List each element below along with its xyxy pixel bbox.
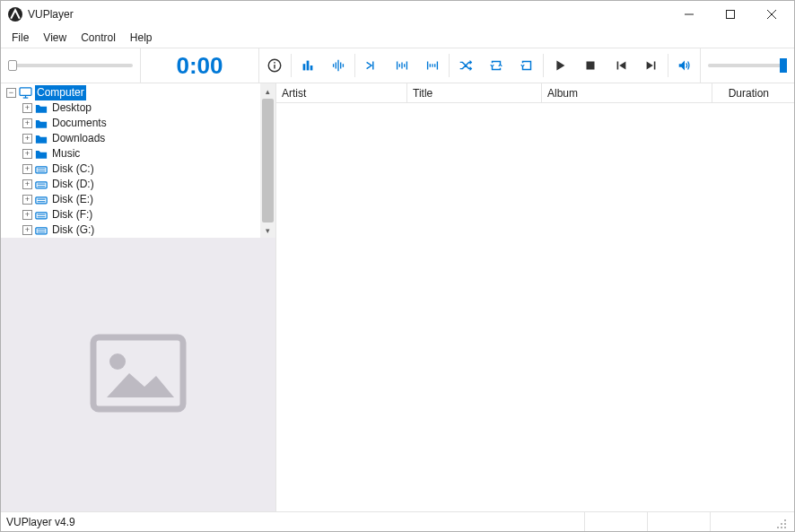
time-display: 0:00 (141, 48, 259, 83)
tree-item[interactable]: +Downloads (6, 131, 275, 146)
menu-file[interactable]: File (4, 30, 36, 46)
folder-icon (35, 118, 48, 129)
play-button[interactable] (545, 48, 575, 83)
column-artist[interactable]: Artist (276, 83, 407, 102)
tree-item[interactable]: +Desktop (6, 100, 275, 116)
svg-rect-1 (727, 11, 735, 19)
tree-item-label[interactable]: Disk (C:) (50, 161, 96, 177)
expand-icon[interactable]: + (22, 103, 32, 113)
main-area: − Computer +Desktop+Documents+Downloads+… (1, 83, 794, 511)
volume-slider[interactable] (700, 48, 794, 83)
expand-icon[interactable]: + (22, 149, 32, 159)
volume-icon[interactable] (669, 48, 700, 83)
tree-item-label[interactable]: Music (50, 146, 82, 161)
close-button[interactable] (751, 1, 792, 28)
scroll-thumb[interactable] (262, 99, 274, 222)
svg-rect-8 (307, 61, 310, 71)
toolbar: 0:00 (1, 48, 794, 83)
tree-item[interactable]: +Disk (C:) (6, 161, 275, 177)
titlebar: VUPlayer (1, 1, 794, 28)
loudness-button[interactable] (387, 48, 417, 83)
svg-point-51 (784, 523, 786, 525)
tree-item-label[interactable]: Documents (50, 116, 109, 131)
repeat-track-button[interactable] (481, 48, 511, 83)
column-album[interactable]: Album (542, 83, 712, 102)
equalizer-button[interactable] (293, 48, 323, 83)
tree-item-label[interactable]: Downloads (50, 131, 107, 146)
window-title: VUPlayer (28, 8, 668, 21)
svg-point-5 (274, 62, 275, 64)
svg-rect-26 (587, 62, 595, 70)
column-duration[interactable]: Duration (712, 83, 794, 102)
expand-icon[interactable]: + (22, 195, 32, 205)
tree-item-label[interactable]: Disk (D:) (50, 177, 96, 192)
minimize-button[interactable] (668, 1, 710, 28)
tree-label-computer[interactable]: Computer (35, 85, 86, 100)
left-panel: − Computer +Desktop+Documents+Downloads+… (1, 83, 276, 511)
status-text: VUPlayer v4.9 (6, 516, 584, 528)
svg-point-52 (777, 527, 779, 528)
seek-slider[interactable] (1, 48, 141, 83)
app-icon (8, 7, 22, 22)
seek-thumb[interactable] (8, 60, 17, 71)
column-headers: Artist Title Album Duration (276, 83, 794, 103)
shuffle-button[interactable] (450, 48, 481, 83)
skip-to-cursor-button[interactable] (356, 48, 387, 83)
resize-grip-icon[interactable] (773, 512, 789, 531)
menu-view[interactable]: View (36, 30, 74, 46)
tree-scrollbar[interactable]: ▴ ▾ (260, 83, 275, 238)
album-art-placeholder-icon (89, 333, 188, 416)
svg-rect-44 (36, 227, 47, 233)
menu-help[interactable]: Help (123, 30, 160, 46)
expand-icon[interactable]: + (22, 210, 32, 220)
tree-item[interactable]: +Disk (F:) (6, 207, 275, 222)
repeat-playlist-button[interactable] (511, 48, 542, 83)
crossfade-button[interactable] (417, 48, 448, 83)
disk-icon (35, 225, 48, 236)
tree-item[interactable]: +Music (6, 146, 275, 161)
expand-icon[interactable]: + (22, 179, 32, 189)
tree-item-label[interactable]: Disk (G:) (50, 222, 96, 238)
visualizer-button[interactable] (323, 48, 354, 83)
svg-rect-7 (303, 64, 306, 70)
tree-item[interactable]: +Disk (G:) (6, 222, 275, 238)
collapse-icon[interactable]: − (6, 88, 16, 98)
scroll-up-icon[interactable]: ▴ (260, 83, 275, 99)
maximize-button[interactable] (710, 1, 751, 28)
disk-icon (35, 210, 48, 221)
expand-icon[interactable]: + (22, 225, 32, 235)
folder-icon (35, 103, 48, 114)
previous-button[interactable] (606, 48, 636, 83)
album-art-panel (1, 238, 275, 511)
volume-thumb[interactable] (780, 58, 787, 73)
svg-rect-35 (36, 181, 47, 188)
tree-item[interactable]: +Documents (6, 116, 275, 131)
info-button[interactable] (259, 48, 290, 83)
tree-view[interactable]: − Computer +Desktop+Documents+Downloads+… (1, 83, 275, 238)
disk-icon (35, 179, 48, 190)
computer-icon (19, 87, 32, 99)
svg-rect-32 (36, 166, 47, 172)
expand-icon[interactable]: + (22, 134, 32, 144)
tree-item-label[interactable]: Disk (F:) (50, 207, 94, 222)
tree-root[interactable]: − Computer (6, 85, 275, 100)
tree-item[interactable]: +Disk (E:) (6, 192, 275, 207)
next-button[interactable] (636, 48, 667, 83)
tree-item[interactable]: +Disk (D:) (6, 177, 275, 192)
svg-point-49 (784, 519, 786, 521)
menu-control[interactable]: Control (74, 30, 123, 46)
scroll-down-icon[interactable]: ▾ (260, 222, 275, 238)
tree-item-label[interactable]: Disk (E:) (50, 192, 95, 207)
disk-icon (35, 195, 48, 205)
expand-icon[interactable]: + (22, 118, 32, 128)
svg-point-54 (784, 527, 786, 528)
playlist-panel: Artist Title Album Duration (276, 83, 794, 511)
expand-icon[interactable]: + (22, 164, 32, 174)
svg-rect-9 (310, 65, 313, 70)
tree-item-label[interactable]: Desktop (50, 100, 93, 116)
column-title[interactable]: Title (407, 83, 542, 102)
stop-button[interactable] (575, 48, 606, 83)
svg-point-50 (781, 523, 782, 525)
menubar: File View Control Help (1, 28, 794, 48)
playlist-body[interactable] (276, 103, 794, 511)
